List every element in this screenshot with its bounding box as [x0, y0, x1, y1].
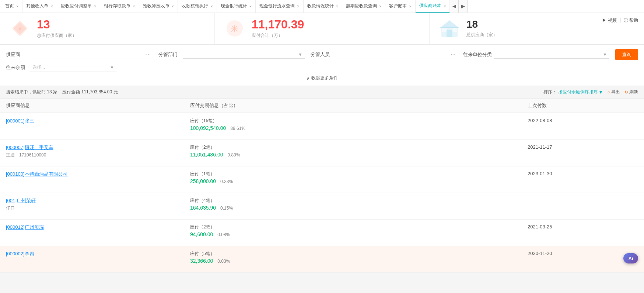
person-input-wrapper[interactable]: ···: [335, 51, 457, 59]
supplier-link-2[interactable]: [000007]恒旺二手叉车: [6, 145, 53, 150]
nav-tab-supplier[interactable]: 供应商账本 ×: [416, 0, 450, 13]
last-pay-3: 2023-01-30: [528, 171, 638, 176]
stat-payable-suppliers-info: 13 总应付供应商（家）: [37, 18, 77, 39]
summary-suffix: 家: [53, 89, 57, 94]
last-pay-6: 2020-11-20: [528, 251, 638, 256]
ai-button[interactable]: Ai: [623, 253, 638, 263]
svg-text:米: 米: [231, 25, 238, 33]
header-last-pay: 上次付数: [528, 102, 638, 109]
supplier-link-5[interactable]: [000012]广州贝瑞: [6, 224, 44, 230]
main-content: 供应商信息 应付交易信息（占比） 上次付数 [000001]张三 应付（15笔）…: [0, 99, 644, 293]
results-amount: 111,703,854.00: [81, 89, 112, 94]
nav-tab-customer[interactable]: 客户账本 ×: [385, 0, 415, 13]
refresh-icon: ↻: [624, 90, 628, 95]
close-icon-cash-stat[interactable]: ×: [249, 4, 252, 8]
nav-tab-pre-receive[interactable]: 预收冲应收单 ×: [139, 0, 178, 13]
close-icon-home[interactable]: ×: [16, 4, 18, 8]
trade-label-3: 应付（1笔）: [190, 171, 528, 177]
close-icon-pre-receive[interactable]: ×: [172, 4, 174, 8]
close-icon-supplier[interactable]: ×: [444, 4, 446, 8]
supplier-info-5: [000012]广州贝瑞: [6, 224, 190, 231]
nav-arrow-left[interactable]: ◀: [450, 0, 459, 13]
filter-dept: 分管部门 ▼: [158, 51, 305, 59]
last-pay-1: 2022-08-08: [528, 118, 638, 123]
balance-chevron-icon: ▼: [110, 65, 114, 70]
results-bar: 搜索结果中，供应商 13 家 应付金额 111,703,854.00 元 排序：…: [0, 86, 644, 99]
close-icon-other-income[interactable]: ×: [50, 4, 53, 8]
filter-person: 分管人员 ···: [311, 51, 457, 59]
trade-row-3: 258,000.00 0.23%: [190, 178, 528, 184]
nav-tab-overdue[interactable]: 超期应收款查询 ×: [342, 0, 385, 13]
supplier-input[interactable]: [32, 52, 146, 57]
close-icon-customer[interactable]: ×: [409, 4, 411, 8]
stat-total-suppliers: 18 总供应商（家） ▶ 视频 | ⓘ 帮助: [430, 13, 644, 45]
supplier-info-1: [000001]张三: [6, 118, 190, 124]
trade-amount-6: 32,366.00: [190, 258, 213, 264]
dept-select[interactable]: ▼: [183, 51, 305, 59]
trade-row-5: 94,600.00 0.08%: [190, 231, 528, 237]
close-icon-collection[interactable]: ×: [210, 4, 213, 8]
close-icon-cash-flow[interactable]: ×: [297, 4, 299, 8]
close-icon-adjust[interactable]: ×: [94, 4, 96, 8]
page-wrapper: 首页 × 其他收入单 × 应收应付调整单 × 银行存取款单 × 预收冲应收单 ×…: [0, 0, 644, 293]
supplier-info-2: [000007]恒旺二手叉车 王通 17106110000: [6, 144, 190, 158]
data-table: 供应商信息 应付交易信息（占比） 上次付数 [000001]张三 应付（15笔）…: [0, 99, 644, 273]
close-icon-receive-stat[interactable]: ×: [336, 4, 338, 8]
svg-rect-7: [447, 30, 452, 37]
results-summary: 搜索结果中，供应商 13 家 应付金额 111,703,854.00 元: [6, 89, 118, 95]
nav-tab-cash-flow[interactable]: 现金银行流水查询 ×: [256, 0, 303, 13]
supplier-link-4[interactable]: [001]广州荣轩: [6, 198, 36, 203]
filter-category: 往来单位分类 ▼: [463, 51, 610, 59]
nav-arrow-right[interactable]: ▶: [459, 0, 468, 13]
nav-tab-other-income[interactable]: 其他收入单 ×: [22, 0, 57, 13]
trade-amount-4: 164,635.90: [190, 205, 216, 211]
svg-rect-8: [442, 28, 447, 32]
last-pay-5: 2021-03-25: [528, 224, 638, 230]
filter-row-1: 供应商 ··· 分管部门 ▼ 分管人员 ···: [6, 49, 638, 60]
supplier-link-1[interactable]: [000001]张三: [6, 118, 34, 124]
table-row: [000007]恒旺二手叉车 王通 17106110000 应付（2笔） 11,…: [0, 140, 644, 166]
trade-percent-2: 9.89%: [228, 152, 240, 158]
trade-info-4: 应付（4笔） 164,635.90 0.15%: [190, 197, 528, 211]
supplier-label: 总供应商（家）: [466, 32, 497, 38]
supplier-input-wrapper[interactable]: ···: [30, 51, 153, 59]
supplier-sub-4: 仔仔: [6, 205, 190, 211]
supplier-link-6[interactable]: [000002]李四: [6, 251, 34, 256]
close-icon-overdue[interactable]: ×: [379, 4, 381, 8]
nav-tab-adjust[interactable]: 应收应付调整单 ×: [57, 0, 100, 13]
payable-amount: 11,170.39: [252, 18, 304, 30]
nav-tab-cash-stat[interactable]: 现金银行统计 ×: [217, 0, 256, 13]
stat-payable-amount-info: 11,170.39 应付合计（万）: [252, 18, 304, 39]
export-button[interactable]: ○ 导出: [608, 89, 620, 95]
nav-tab-collection[interactable]: 收款核销执行 ×: [178, 0, 217, 13]
trade-row-1: 100,092,540.00 89.61%: [190, 125, 528, 131]
category-filter-label: 往来单位分类: [463, 51, 492, 58]
help-link[interactable]: ⓘ 帮助: [624, 17, 638, 24]
sort-select[interactable]: 按应付余额倒序排序 ▼: [558, 89, 603, 95]
balance-select[interactable]: 选择... ▼: [30, 63, 116, 72]
collapse-button[interactable]: ∧ 收起更多条件: [6, 75, 638, 81]
category-select[interactable]: ▼: [494, 51, 610, 59]
trade-info-3: 应付（1笔） 258,000.00 0.23%: [190, 171, 528, 184]
supplier-dots-icon[interactable]: ···: [146, 51, 151, 58]
payable-label: 总应付供应商（家）: [37, 32, 77, 39]
refresh-button[interactable]: ↻ 刷新: [624, 89, 638, 95]
filter-balance: 往来余额 选择... ▼: [6, 63, 116, 72]
close-icon-bank[interactable]: ×: [133, 4, 135, 8]
summary-prefix: 搜索结果中，供应商: [6, 89, 46, 94]
video-link[interactable]: ▶ 视频: [602, 17, 616, 24]
sort-chevron-icon: ▼: [599, 90, 603, 95]
person-input[interactable]: [336, 52, 451, 57]
supplier-link-3[interactable]: [000100]本特勤油品有限公司: [6, 171, 68, 177]
header-trade: 应付交易信息（占比）: [190, 102, 528, 109]
person-dots-icon[interactable]: ···: [451, 51, 455, 58]
export-icon: ○: [608, 90, 610, 95]
nav-tab-home[interactable]: 首页 ×: [1, 0, 22, 13]
export-label: 导出: [611, 89, 620, 95]
nav-tab-bank[interactable]: 银行存取款单 ×: [100, 0, 139, 13]
query-button[interactable]: 查询: [615, 49, 638, 60]
stat-total-suppliers-info: 18 总供应商（家）: [466, 19, 497, 38]
trade-amount-1: 100,092,540.00: [190, 125, 226, 131]
nav-tab-receive-stat[interactable]: 收款情况统计 ×: [304, 0, 342, 13]
svg-text:¥: ¥: [18, 27, 21, 32]
